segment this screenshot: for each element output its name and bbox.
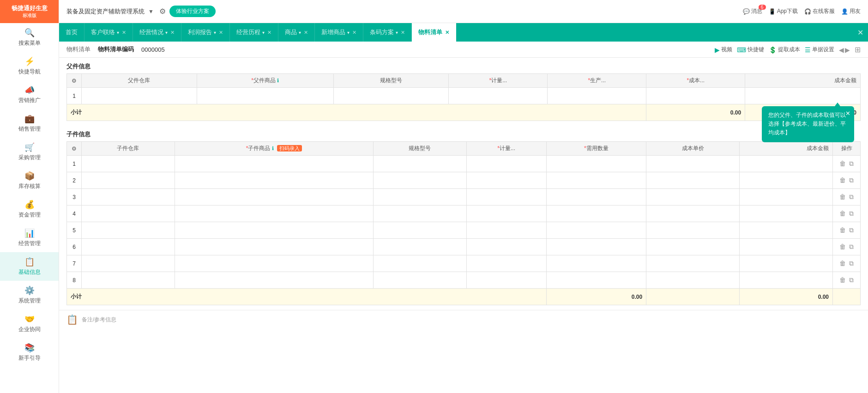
child-qty-cell[interactable] <box>546 255 646 272</box>
copy-icon[interactable]: ⧉ <box>849 210 854 217</box>
delete-icon[interactable]: 🗑 <box>839 260 846 267</box>
child-unit-cell[interactable] <box>466 189 546 206</box>
delete-icon[interactable]: 🗑 <box>839 160 846 167</box>
child-spec-cell[interactable] <box>373 239 466 255</box>
message-button[interactable]: 💬 消息 6 <box>743 7 762 15</box>
shortcut-button[interactable]: ⌨ 快捷键 <box>737 46 764 54</box>
child-unit-cost-cell[interactable] <box>646 272 740 289</box>
tab-close-icon[interactable]: ✕ <box>352 30 356 36</box>
child-unit-cost-cell[interactable] <box>646 222 740 239</box>
parent-cost-cell[interactable] <box>646 88 745 104</box>
nav-close-button[interactable]: ✕ <box>853 28 868 37</box>
parent-production-cell[interactable] <box>548 88 646 104</box>
copy-icon[interactable]: ⧉ <box>849 193 854 200</box>
sidebar-item-finance[interactable]: 💰 资金管理 <box>0 195 59 224</box>
sidebar-item-ops[interactable]: 📊 经营管理 <box>0 224 59 252</box>
tab-business[interactable]: 经营情况 ▾ ✕ <box>133 23 181 42</box>
tab-close-icon[interactable]: ✕ <box>267 30 271 36</box>
nav-prev-icon[interactable]: ◀ <box>839 46 844 54</box>
child-unit-cost-cell[interactable] <box>646 156 740 172</box>
th-gear[interactable]: ⚙ <box>67 74 82 88</box>
tab-close-icon[interactable]: ✕ <box>219 30 223 36</box>
tooltip-close-icon[interactable]: ✕ <box>845 109 850 119</box>
breadcrumb-item-bom[interactable]: 物料清单 <box>66 45 90 54</box>
online-service-button[interactable]: 🎧 在线客服 <box>804 7 835 15</box>
delete-icon[interactable]: 🗑 <box>839 276 846 284</box>
gear-icon[interactable]: ⚙ <box>159 7 166 16</box>
copy-icon[interactable]: ⧉ <box>849 276 854 284</box>
tab-close-icon[interactable]: ✕ <box>401 30 405 36</box>
child-warehouse-cell[interactable] <box>82 206 175 222</box>
tab-close-icon[interactable]: ✕ <box>445 30 449 36</box>
child-spec-cell[interactable] <box>373 206 466 222</box>
tab-close-icon[interactable]: ✕ <box>304 30 308 36</box>
grid-view-icon[interactable]: ⊞ <box>855 45 861 54</box>
sidebar-item-search[interactable]: 🔍 搜索菜单 <box>0 23 59 52</box>
delete-icon[interactable]: 🗑 <box>839 226 846 234</box>
child-qty-cell[interactable] <box>546 156 646 172</box>
sidebar-item-sales[interactable]: 💼 销售管理 <box>0 109 59 138</box>
copy-icon[interactable]: ⧉ <box>849 243 854 250</box>
child-unit-cost-cell[interactable] <box>646 239 740 255</box>
child-goods-cell[interactable] <box>175 189 373 206</box>
sidebar-item-basic[interactable]: 📋 基础信息 <box>0 252 59 281</box>
app-download-button[interactable]: 📱 App下载 <box>769 7 798 15</box>
child-unit-cell[interactable] <box>466 272 546 289</box>
scan-badge[interactable]: 扫码录入 <box>277 145 302 151</box>
sidebar-item-system[interactable]: ⚙️ 系统管理 <box>0 281 59 309</box>
child-unit-cost-cell[interactable] <box>646 206 740 222</box>
child-qty-cell[interactable] <box>546 206 646 222</box>
child-spec-cell[interactable] <box>373 222 466 239</box>
tab-bom[interactable]: 物料清单 ✕ <box>412 23 456 42</box>
child-unit-cost-cell[interactable] <box>646 189 740 206</box>
tab-profit[interactable]: 利润报告 ▾ ✕ <box>181 23 230 42</box>
child-goods-cell[interactable] <box>175 239 373 255</box>
child-warehouse-cell[interactable] <box>82 239 175 255</box>
child-goods-cell[interactable] <box>175 172 373 189</box>
child-spec-cell[interactable] <box>373 189 466 206</box>
breadcrumb-item-code[interactable]: 物料清单编码 <box>98 45 134 54</box>
child-warehouse-cell[interactable] <box>82 255 175 272</box>
child-goods-cell[interactable] <box>175 156 373 172</box>
sidebar-item-quicknav[interactable]: ⚡ 快捷导航 <box>0 52 59 80</box>
child-unit-cell[interactable] <box>466 172 546 189</box>
sidebar-item-guide[interactable]: 📚 新手引导 <box>0 338 59 367</box>
tab-close-icon[interactable]: ✕ <box>122 30 126 36</box>
tab-newgoods[interactable]: 新增商品 ▾ ✕ <box>315 23 363 42</box>
trial-button[interactable]: 体验行业方案 <box>169 6 216 17</box>
child-warehouse-cell[interactable] <box>82 272 175 289</box>
child-qty-cell[interactable] <box>546 172 646 189</box>
child-unit-cell[interactable] <box>466 156 546 172</box>
child-unit-cell[interactable] <box>466 255 546 272</box>
tab-history[interactable]: 经营历程 ▾ ✕ <box>230 23 278 42</box>
child-qty-cell[interactable] <box>546 272 646 289</box>
child-qty-cell[interactable] <box>546 239 646 255</box>
copy-icon[interactable]: ⧉ <box>849 176 854 184</box>
delete-icon[interactable]: 🗑 <box>839 210 846 217</box>
sidebar-item-purchase[interactable]: 🛒 采购管理 <box>0 138 59 166</box>
copy-icon[interactable]: ⧉ <box>849 226 854 234</box>
child-spec-cell[interactable] <box>373 272 466 289</box>
child-unit-cost-cell[interactable] <box>646 172 740 189</box>
view-button[interactable]: ▶ 视频 <box>715 46 732 54</box>
child-unit-cell[interactable] <box>466 239 546 255</box>
child-unit-cell[interactable] <box>466 206 546 222</box>
parent-unit-cell[interactable] <box>449 88 548 104</box>
bottom-icon[interactable]: 📋 <box>66 314 78 325</box>
child-qty-cell[interactable] <box>546 222 646 239</box>
tab-goods[interactable]: 商品 ▾ ✕ <box>278 23 315 42</box>
child-spec-cell[interactable] <box>373 172 466 189</box>
child-warehouse-cell[interactable] <box>82 156 175 172</box>
child-warehouse-cell[interactable] <box>82 189 175 206</box>
cost-button[interactable]: 💲 提取成本 <box>769 46 800 54</box>
child-goods-cell[interactable] <box>175 272 373 289</box>
parent-warehouse-cell[interactable] <box>82 88 197 104</box>
delete-icon[interactable]: 🗑 <box>839 176 846 184</box>
nav-next-icon[interactable]: ▶ <box>845 46 850 54</box>
sidebar-item-inventory[interactable]: 📦 库存核算 <box>0 166 59 195</box>
copy-icon[interactable]: ⧉ <box>849 160 854 167</box>
child-warehouse-cell[interactable] <box>82 172 175 189</box>
delete-icon[interactable]: 🗑 <box>839 193 846 200</box>
child-unit-cell[interactable] <box>466 222 546 239</box>
parent-spec-cell[interactable] <box>333 88 449 104</box>
